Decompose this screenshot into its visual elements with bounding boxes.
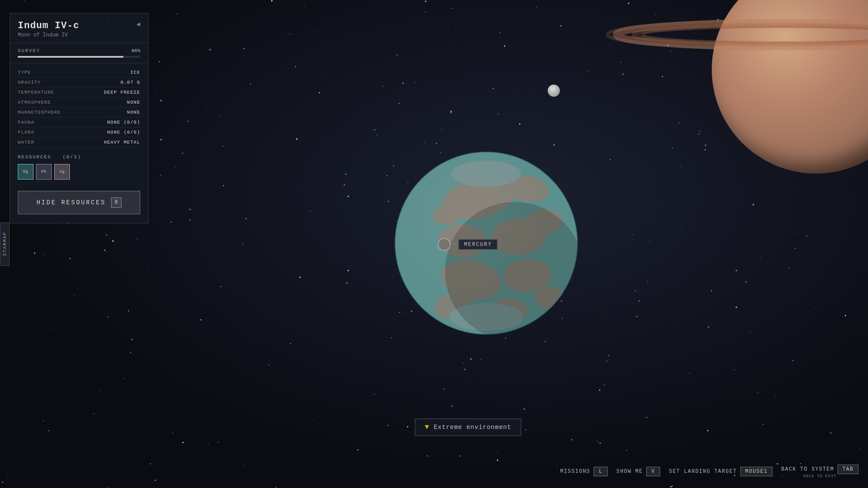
stat-row-gravity: GRAVITY 0.07 G — [18, 78, 140, 88]
collapse-arrow[interactable]: ◀ — [137, 20, 140, 28]
back-key[interactable]: TAB — [838, 465, 858, 474]
stat-row-fauna: FAUNA NONE (0/0) — [18, 118, 140, 128]
planet-name: Indum IV-c — [18, 20, 79, 31]
resources-section: RESOURCES (0/3) Hg Pb Ag — [10, 150, 148, 184]
hud-show-me[interactable]: SHOW ME V — [616, 467, 660, 476]
hud-landing[interactable]: SET LANDING TARGET MOUSE1 — [669, 467, 773, 476]
stat-label-temperature: TEMPERATURE — [18, 90, 54, 95]
resource-pb: Pb — [36, 164, 52, 180]
survey-pct: 86% — [132, 48, 140, 53]
stat-value-atmosphere: NONE — [127, 100, 140, 105]
small-moon — [548, 85, 560, 97]
hide-resources-text: HIDE RESOURCES — [36, 199, 106, 206]
hud-missions[interactable]: MISSIONS L — [560, 467, 608, 476]
stat-label-fauna: FAUNA — [18, 120, 34, 125]
mercury-target-circle — [437, 238, 450, 251]
hide-resources-key: R — [111, 197, 122, 208]
stat-value-gravity: 0.07 G — [120, 80, 140, 85]
hide-resources-button[interactable]: HIDE RESOURCES R — [18, 191, 140, 214]
stat-value-magnetosphere: NONE — [127, 110, 140, 115]
extreme-warning-text: Extreme environment — [434, 424, 511, 431]
stat-row-temperature: TEMPERATURE DEEP FREEZE — [18, 88, 140, 98]
extreme-warning: ▼ Extreme environment — [415, 419, 521, 436]
panel-header: Indum IV-c Moon of Indum IV ◀ — [10, 13, 148, 43]
planet-subtitle: Moon of Indum IV — [18, 32, 79, 38]
landing-key[interactable]: MOUSE1 — [740, 467, 773, 476]
stat-row-water: WATER HEAVY METAL — [18, 138, 140, 147]
hud-back-to-system[interactable]: BACK TO SYSTEM TAB HOLD TO EXIT — [781, 465, 858, 478]
stat-label-magnetosphere: MAGNETOSPHERE — [18, 110, 61, 115]
stat-value-fauna: NONE (0/0) — [107, 120, 140, 125]
survey-section: SURVEY 86% — [10, 43, 148, 63]
warning-icon: ▼ — [425, 423, 430, 431]
survey-label: SURVEY — [18, 48, 40, 53]
missions-label: MISSIONS — [560, 468, 591, 475]
stat-value-flora: NONE (0/0) — [107, 130, 140, 135]
stat-row-type: TYPE ICE — [18, 68, 140, 78]
resources-label: RESOURCES — [18, 154, 51, 160]
missions-key[interactable]: L — [594, 467, 608, 476]
mercury-label-container: MERCURY — [437, 238, 497, 251]
show-me-key[interactable]: V — [646, 467, 660, 476]
resources-count: (0/3) — [62, 154, 81, 160]
resource-ag: Ag — [54, 164, 70, 180]
survey-bar-bg — [18, 56, 140, 58]
resource-hg: Hg — [18, 164, 33, 180]
bottom-hud: MISSIONS L SHOW ME V SET LANDING TARGET … — [560, 465, 858, 478]
mercury-label: MERCURY — [458, 239, 497, 249]
stat-label-water: WATER — [18, 140, 34, 145]
saturn-body — [712, 0, 868, 174]
stat-value-temperature: DEEP FREEZE — [104, 90, 140, 95]
back-label: BACK TO SYSTEM — [781, 466, 834, 472]
resource-hg-label: Hg — [23, 170, 28, 174]
landing-label: SET LANDING TARGET — [669, 468, 737, 475]
left-panel: Indum IV-c Moon of Indum IV ◀ SURVEY 86%… — [10, 13, 148, 223]
starmap-toggle[interactable]: STARMAP — [0, 223, 10, 266]
stat-row-magnetosphere: MAGNETOSPHERE NONE — [18, 108, 140, 118]
mercury-line — [453, 244, 456, 245]
stat-value-type: ICE — [130, 70, 140, 75]
survey-bar-fill — [18, 56, 123, 58]
stat-label-atmosphere: ATMOSPHERE — [18, 100, 51, 105]
resource-ag-label: Ag — [59, 170, 65, 174]
saturn-planet — [668, 0, 868, 217]
resource-pb-label: Pb — [41, 170, 46, 174]
stat-row-flora: FLORA NONE (0/0) — [18, 128, 140, 138]
starmap-label: STARMAP — [3, 232, 7, 256]
resource-icons: Hg Pb Ag — [18, 164, 140, 180]
stat-label-type: TYPE — [18, 70, 31, 75]
stat-row-atmosphere: ATMOSPHERE NONE — [18, 98, 140, 108]
show-me-label: SHOW ME — [616, 468, 643, 475]
stat-label-gravity: GRAVITY — [18, 80, 41, 85]
stat-label-flora: FLORA — [18, 130, 34, 135]
resources-header: RESOURCES (0/3) — [18, 154, 140, 160]
back-sub: HOLD TO EXIT — [803, 474, 837, 478]
stats-table: TYPE ICE GRAVITY 0.07 G TEMPERATURE DEEP… — [10, 68, 148, 147]
stat-value-water: HEAVY METAL — [104, 140, 140, 145]
